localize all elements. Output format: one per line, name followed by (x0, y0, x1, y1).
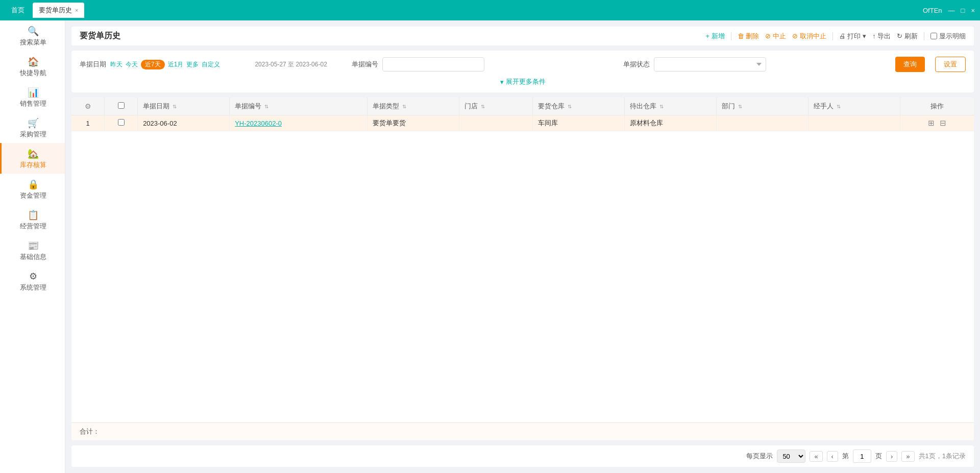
sidebar-item-quicknav-label: 快捷导航 (20, 68, 46, 78)
display-detail-toggle[interactable]: 显示明细 (930, 32, 966, 41)
divider-1 (731, 32, 731, 40)
sidebar-item-sales[interactable]: 📊 销售管理 (0, 82, 65, 112)
select-all-checkbox[interactable] (118, 102, 125, 109)
col-req-wh-header[interactable]: 要货仓库 ⇅ (533, 98, 625, 115)
col-dest-wh-header[interactable]: 待出仓库 ⇅ (625, 98, 717, 115)
sidebar-item-operations[interactable]: 📋 经营管理 (0, 204, 65, 235)
shortcut-yesterday[interactable]: 昨天 (110, 60, 122, 69)
row-more-icon[interactable]: ⊟ (940, 119, 946, 127)
per-page-select[interactable]: 20 50 100 200 (777, 450, 805, 463)
col-store-sort-icon: ⇅ (481, 104, 485, 109)
refresh-label: ↻ 刷新 (897, 32, 918, 41)
doc-date-label: 单据日期 (80, 60, 106, 69)
close-btn[interactable]: × (971, 7, 975, 14)
gear-settings-icon[interactable]: ⚙ (85, 102, 91, 110)
inventory-icon: 🏡 (28, 149, 39, 158)
shortcut-more[interactable]: 更多 (186, 60, 199, 69)
print-label: 🖨 打印 (839, 32, 861, 41)
page-title: 要货单历史 (80, 31, 701, 41)
query-button[interactable]: 查询 (895, 57, 925, 72)
display-detail-label: 显示明细 (939, 32, 966, 41)
col-op-header: 操作 (900, 98, 974, 115)
col-dept-header[interactable]: 部门 ⇅ (717, 98, 808, 115)
expand-more-container: ▾ 展开更多条件 (80, 77, 966, 86)
tab-close-icon[interactable]: × (75, 7, 78, 13)
doc-status-select[interactable] (654, 57, 766, 72)
sidebar-item-finance[interactable]: 🔒 资金管理 (0, 174, 65, 204)
delete-button[interactable]: 🗑 删除 (738, 32, 760, 41)
delete-label: 🗑 删除 (738, 32, 760, 41)
col-docno-header[interactable]: 单据编号 ⇅ (230, 98, 368, 115)
shortcut-1month[interactable]: 近1月 (168, 60, 184, 69)
total-info: 共1页，1条记录 (919, 452, 966, 461)
prev-page-btn[interactable]: ‹ (827, 451, 838, 462)
col-settings-header: ⚙ (71, 98, 105, 115)
operations-icon: 📋 (28, 210, 39, 220)
sidebar-item-purchase[interactable]: 🛒 采购管理 (0, 112, 65, 143)
stop-button[interactable]: ⊘ 中止 (765, 32, 786, 41)
col-dest-wh-sort-icon: ⇅ (659, 104, 664, 109)
current-page-input[interactable] (853, 450, 871, 463)
filter-area: 单据日期 昨天 今天 近7天 近1月 更多 自定义 2023-05-27 至 2… (71, 51, 974, 92)
minimize-btn[interactable]: — (948, 7, 955, 14)
next-page-btn[interactable]: › (886, 451, 897, 462)
row-edit-icon[interactable]: ⊞ (928, 119, 935, 127)
new-button[interactable]: + 新增 (706, 32, 725, 41)
sidebar-item-inventory[interactable]: 🏡 库存核算 (0, 143, 65, 174)
doc-no-filter-group: 单据编号 (352, 57, 614, 72)
expand-btn[interactable]: □ (961, 7, 965, 14)
expand-icon: ▾ (500, 78, 504, 86)
col-date-header[interactable]: 单据日期 ⇅ (138, 98, 230, 115)
col-type-header[interactable]: 单据类型 ⇅ (368, 98, 459, 115)
last-page-btn[interactable]: » (901, 451, 914, 462)
shortcut-today[interactable]: 今天 (126, 60, 138, 69)
shortcut-custom[interactable]: 自定义 (202, 60, 220, 69)
settings-button[interactable]: 设置 (935, 57, 966, 72)
sales-icon: 📊 (28, 88, 39, 97)
row-checkbox[interactable] (118, 119, 125, 126)
sidebar-item-search[interactable]: 🔍 搜索菜单 (0, 20, 65, 51)
expand-more-btn[interactable]: ▾ 展开更多条件 (500, 77, 546, 86)
col-handler-header[interactable]: 经手人 ⇅ (808, 98, 900, 115)
summary-row: 合计： (71, 422, 974, 440)
sidebar-item-basic-info[interactable]: 📰 基础信息 (0, 235, 65, 266)
often-label: OfTEn (923, 7, 942, 14)
top-bar: 首页 要货单历史 × OfTEn — □ × (0, 0, 980, 20)
print-dropdown-icon[interactable]: ▾ (863, 32, 866, 40)
doc-link[interactable]: YH-20230602-0 (235, 120, 282, 127)
sidebar-item-purchase-label: 采购管理 (20, 130, 46, 139)
export-label: ↑ 导出 (872, 32, 891, 41)
print-button[interactable]: 🖨 打印 ▾ (839, 32, 867, 41)
home-icon: 🏠 (28, 57, 39, 66)
col-dept-sort-icon: ⇅ (738, 104, 742, 109)
system-icon: ⚙ (29, 272, 37, 281)
display-detail-checkbox-input[interactable] (930, 33, 937, 39)
tab-home[interactable]: 首页 (5, 3, 31, 18)
sidebar-item-quicknav[interactable]: 🏠 快捷导航 (0, 51, 65, 82)
new-label: + 新增 (706, 32, 725, 41)
tab-requisition-history[interactable]: 要货单历史 × (33, 3, 84, 18)
main-layout: 🔍 搜索菜单 🏠 快捷导航 📊 销售管理 🛒 采购管理 🏡 库存核算 🔒 资金管… (0, 20, 980, 473)
doc-no-label: 单据编号 (352, 60, 378, 69)
sidebar: 🔍 搜索菜单 🏠 快捷导航 📊 销售管理 🛒 采购管理 🏡 库存核算 🔒 资金管… (0, 20, 65, 473)
doc-date-filter-group: 单据日期 昨天 今天 近7天 近1月 更多 自定义 2023-05-27 至 2… (80, 60, 341, 69)
doc-no-input[interactable] (382, 57, 484, 72)
cancel-stop-button[interactable]: ⊘ 取消中止 (792, 32, 826, 41)
sidebar-item-system[interactable]: ⚙ 系统管理 (0, 266, 65, 296)
first-page-btn[interactable]: « (810, 451, 822, 462)
shortcut-7days[interactable]: 近7天 (141, 60, 165, 69)
divider-2 (832, 32, 833, 40)
row-num: 1 (71, 115, 105, 131)
top-bar-right: OfTEn — □ × (923, 7, 975, 14)
table-row[interactable]: 1 2023-06-02 YH-20230602-0 要货单要货 车间库 (71, 115, 974, 131)
refresh-button[interactable]: ↻ 刷新 (897, 32, 918, 41)
expand-label: 展开更多条件 (506, 77, 546, 86)
col-req-wh-sort-icon: ⇅ (568, 104, 572, 109)
purchase-icon: 🛒 (28, 119, 39, 128)
col-store-header[interactable]: 门店 ⇅ (459, 98, 533, 115)
doc-status-filter-group: 单据状态 (623, 57, 885, 72)
export-button[interactable]: ↑ 导出 (872, 32, 891, 41)
date-range-text: 2023-05-27 至 2023-06-02 (255, 60, 327, 69)
row-dest-wh: 原材料仓库 (625, 115, 717, 131)
row-req-wh: 车间库 (533, 115, 625, 131)
